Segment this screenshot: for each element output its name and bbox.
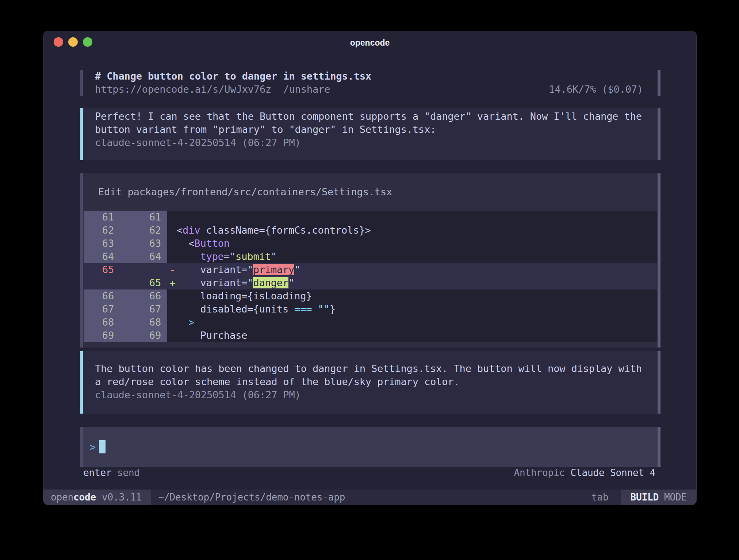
old-line-number: 63 (84, 237, 119, 250)
old-line-number (84, 276, 119, 289)
right-border-bar (658, 70, 660, 96)
diff-code-line: + variant="danger" (167, 276, 657, 289)
new-line-number: 64 (119, 250, 167, 263)
old-line-number: 64 (84, 250, 119, 263)
diff-code-line: Purchase (167, 329, 657, 342)
left-border-bar (80, 70, 83, 96)
assistant-message: Perfect! I can see that the Button compo… (80, 108, 660, 160)
edit-tool-card: Editpackages/frontend/src/containers/Set… (80, 173, 660, 348)
app-version-chip: opencodev0.3.11 (43, 490, 151, 505)
share-url[interactable]: https://opencode.ai/s/UwJxv76z (95, 84, 271, 95)
left-border-bar (80, 173, 83, 348)
prompt-symbol: > (90, 441, 96, 453)
desktop-background: opencode # Change button color to danger… (0, 0, 739, 560)
prompt-input[interactable]: > (80, 427, 660, 467)
old-line-number: 61 (84, 211, 119, 224)
diff-marker: - (169, 263, 175, 276)
right-border-bar (658, 173, 660, 348)
old-line-number: 68 (84, 316, 119, 329)
assistant-message: The button color has been changed to dan… (80, 351, 660, 414)
diff-row: 6868 > (84, 316, 657, 329)
diff-code-line: > (167, 316, 657, 329)
window-title: opencode (43, 31, 696, 54)
diff-row: 6969 Purchase (84, 329, 657, 342)
session-title: # Change button color to danger in setti… (95, 70, 657, 83)
message-text-line: Perfect! I can see that the Button compo… (95, 110, 657, 123)
diff-row: 6666 loading={isLoading} (84, 289, 657, 303)
diff-row: 6161 (84, 211, 657, 224)
diff-row: 6767 disabled={units === ""} (84, 303, 657, 316)
diff-code-line: <Button (167, 237, 657, 250)
message-text-line: The button color has been changed to dan… (95, 362, 657, 375)
edited-file-path: packages/frontend/src/containers/Setting… (127, 186, 392, 197)
new-line-number: 67 (119, 303, 167, 316)
message-meta: claude-sonnet-4-20250514 (06:27 PM) (95, 136, 657, 149)
diff-marker: + (169, 276, 175, 289)
diff-code-line: type="submit" (167, 250, 657, 263)
diff-row: 65+ variant="danger" (84, 276, 657, 289)
old-line-number: 65 (84, 263, 119, 276)
old-line-number: 66 (84, 289, 119, 303)
new-line-number: 69 (119, 329, 167, 342)
app-window: opencode # Change button color to danger… (43, 31, 697, 505)
new-line-number: 61 (119, 211, 167, 224)
session-header: # Change button color to danger in setti… (80, 70, 660, 96)
mode-chip: BUILDMODE (621, 490, 696, 505)
old-line-number: 69 (84, 329, 119, 342)
message-meta: claude-sonnet-4-20250514 (06:27 PM) (95, 388, 657, 402)
message-accent-bar (80, 351, 83, 414)
message-accent-bar (80, 108, 83, 160)
new-line-number: 62 (119, 224, 167, 237)
old-line-number: 67 (84, 303, 119, 316)
unshare-command[interactable]: /unshare (283, 84, 330, 95)
model-indicator: Anthropic Claude Sonnet 4 (514, 465, 655, 481)
message-text-line: a red/rose color scheme instead of the b… (95, 375, 657, 388)
tab-key-hint: tab (591, 490, 609, 505)
right-border-bar (658, 427, 660, 467)
context-usage: 14.6K/7% ($0.07) (549, 83, 643, 96)
diff-row: 6464 type="submit" (84, 250, 657, 263)
diff-code-line (167, 211, 657, 224)
diff-code-line: <div className={formCs.controls}> (167, 224, 657, 237)
diff-code-line: loading={isLoading} (167, 289, 657, 303)
working-directory: ~/Desktop/Projects/demo-notes-app (158, 490, 345, 505)
old-line-number: 62 (84, 224, 119, 237)
new-line-number: 65 (119, 276, 167, 289)
new-line-number: 68 (119, 316, 167, 329)
diff-code-line: - variant="primary" (167, 263, 657, 276)
new-line-number (119, 263, 167, 276)
tool-action-label: Edit (98, 186, 122, 197)
hints-row: enter send Anthropic Claude Sonnet 4 (80, 465, 660, 481)
new-line-number: 66 (119, 289, 167, 303)
right-border-bar (658, 108, 660, 160)
right-border-bar (658, 351, 660, 414)
window-titlebar[interactable]: opencode (43, 31, 696, 54)
message-text-line: button variant from "primary" to "danger… (95, 123, 657, 136)
diff-row: 6363 <Button (84, 237, 657, 250)
status-bar: opencodev0.3.11 ~/Desktop/Projects/demo-… (43, 490, 696, 505)
diff-row: 6262<div className={formCs.controls}> (84, 224, 657, 237)
diff-row: 65- variant="primary" (84, 263, 657, 276)
text-cursor (99, 440, 106, 453)
diff-view: 61616262<div className={formCs.controls}… (84, 211, 657, 342)
new-line-number: 63 (119, 237, 167, 250)
edit-tool-header: Editpackages/frontend/src/containers/Set… (84, 173, 657, 211)
diff-code-line: disabled={units === ""} (167, 303, 657, 316)
left-border-bar (80, 427, 83, 467)
send-hint: enter send (83, 465, 140, 481)
